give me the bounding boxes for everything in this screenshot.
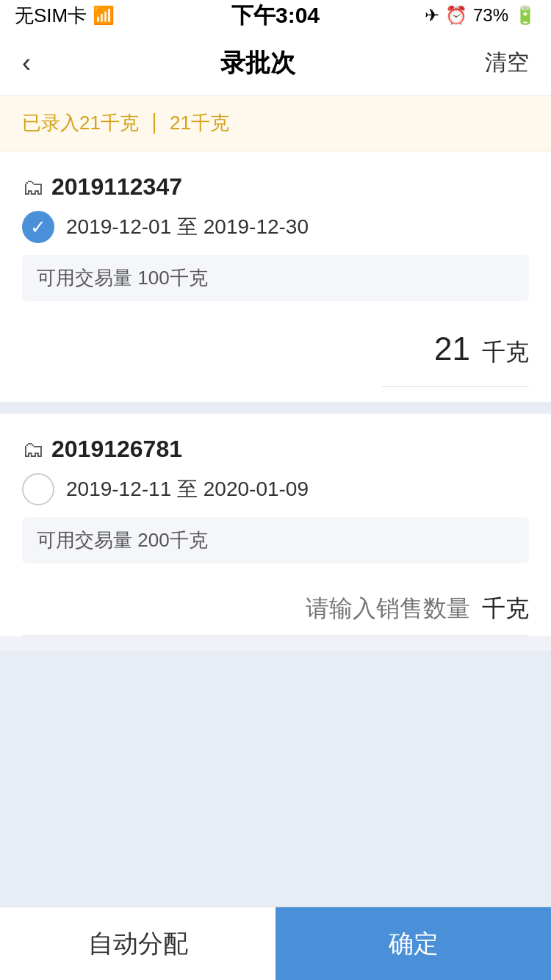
page-title: 录批次 <box>220 46 295 80</box>
summary-divider <box>154 113 155 134</box>
batch-date-row-2: ✓ 2019-12-11 至 2020-01-09 <box>22 473 529 505</box>
battery-icon: 🔋 <box>514 5 536 26</box>
input-row-2: 千克 <box>22 586 529 635</box>
wifi-icon: 📶 <box>93 5 115 26</box>
batch-number-1: 2019112347 <box>51 173 182 201</box>
batch-checkbox-1[interactable]: ✓ <box>22 211 54 243</box>
nav-bar: ‹ 录批次 清空 <box>0 31 551 96</box>
amount-row-1: 21 千克 <box>0 316 551 386</box>
clear-button[interactable]: 清空 <box>485 48 529 78</box>
section-gap <box>0 402 551 414</box>
batch-date-row-1: ✓ 2019-12-01 至 2019-12-30 <box>22 211 529 243</box>
confirm-button[interactable]: 确定 <box>276 907 551 980</box>
batch-header-1: 🗂 2019112347 <box>22 173 529 201</box>
amount-unit-1: 千克 <box>482 336 529 369</box>
status-bar: 无SIM卡 📶 下午3:04 ✈ ⏰ 73% 🔋 <box>0 0 551 31</box>
auto-distribute-button[interactable]: 自动分配 <box>0 907 276 980</box>
checkmark-icon-1: ✓ <box>30 217 46 237</box>
status-time: 下午3:04 <box>231 1 320 31</box>
batch-availability-1: 可用交易量 100千克 <box>22 255 529 301</box>
batch-availability-2: 可用交易量 200千克 <box>22 517 529 563</box>
summary-bar: 已录入21千克 21千克 <box>0 96 551 151</box>
batch-doc-icon-2: 🗂 <box>22 437 44 462</box>
checkmark-icon-2: ✓ <box>30 480 46 499</box>
batch-checkbox-2[interactable]: ✓ <box>22 473 54 505</box>
alarm-icon: ⏰ <box>445 5 467 26</box>
status-right: ✈ ⏰ 73% 🔋 <box>425 5 536 26</box>
batch-date-1: 2019-12-01 至 2019-12-30 <box>66 213 309 241</box>
battery-label: 73% <box>473 5 508 26</box>
status-left: 无SIM卡 📶 <box>15 3 115 29</box>
location-icon: ✈ <box>425 5 439 26</box>
batch-doc-icon-1: 🗂 <box>22 175 44 200</box>
bottom-bar: 自动分配 确定 <box>0 907 551 980</box>
carrier-label: 无SIM卡 <box>15 3 87 29</box>
batch-number-2: 2019126781 <box>51 436 182 463</box>
batch-header-2: 🗂 2019126781 <box>22 436 529 463</box>
batch-date-2: 2019-12-11 至 2020-01-09 <box>66 475 309 503</box>
total-summary: 21千克 <box>170 110 229 136</box>
back-button[interactable]: ‹ <box>22 48 31 79</box>
amount-value-1: 21 <box>434 331 470 367</box>
sales-quantity-input[interactable] <box>22 595 470 622</box>
batch-item-2: 🗂 2019126781 ✓ 2019-12-11 至 2020-01-09 可… <box>0 414 551 578</box>
recorded-summary: 已录入21千克 <box>22 110 139 136</box>
batch-item-1: 🗂 2019112347 ✓ 2019-12-01 至 2019-12-30 可… <box>0 151 551 316</box>
input-unit-2: 千克 <box>482 593 529 625</box>
